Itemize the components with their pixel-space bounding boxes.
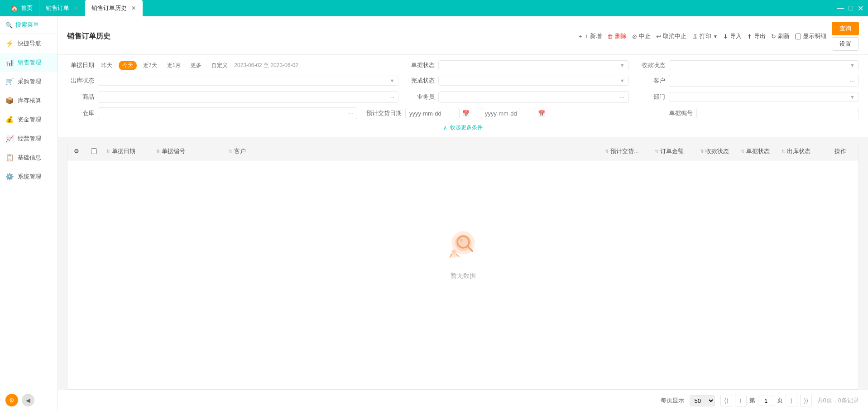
th-amount-label: 订单金额 bbox=[660, 147, 684, 155]
th-order-status[interactable]: ⇅ 单据状态 bbox=[736, 147, 777, 155]
date-btn-1month[interactable]: 近1月 bbox=[163, 61, 185, 70]
sidebar-bottom: ⚙ ◀ bbox=[0, 389, 58, 411]
date-btn-7days[interactable]: 近7天 bbox=[139, 61, 161, 70]
delete-label: 删除 bbox=[615, 32, 627, 40]
department-select[interactable]: ▼ bbox=[669, 92, 859, 102]
sidebar-item-system[interactable]: ⚙️ 系统管理 bbox=[0, 167, 58, 186]
print-button[interactable]: 🖨 打印 ▼ bbox=[692, 32, 718, 40]
next-page-btn[interactable]: ⟩ bbox=[786, 395, 797, 406]
th-checkbox[interactable] bbox=[86, 148, 102, 154]
tab-home-label: 首页 bbox=[21, 4, 33, 12]
sidebar-item-quick-nav[interactable]: ⚡ 快捷导航 bbox=[0, 34, 58, 53]
delete-icon: 🗑 bbox=[607, 33, 613, 40]
date-btn-yesterday[interactable]: 昨天 bbox=[98, 61, 116, 70]
collapse-row[interactable]: ∧ 收起更多条件 bbox=[67, 124, 859, 131]
delivery-status-select[interactable]: ▼ bbox=[98, 76, 398, 86]
refresh-label: 刷新 bbox=[778, 32, 790, 40]
pay-status-label: 收款状态 bbox=[638, 61, 665, 69]
th-delivery-status[interactable]: ⇅ 出库状态 bbox=[777, 147, 822, 155]
show-detail-label: 显示明细 bbox=[803, 32, 826, 40]
th-pay-status[interactable]: ⇅ 收款状态 bbox=[695, 147, 736, 155]
sidebar-item-quick-nav-label: 快捷导航 bbox=[18, 39, 41, 48]
sidebar-item-basic-info[interactable]: 📋 基础信息 bbox=[0, 148, 58, 167]
pagination: ⟨⟨ ⟨ 第 页 ⟩ ⟩⟩ bbox=[720, 395, 812, 406]
date-range-text: 2023-06-02 至 2023-06-02 bbox=[234, 62, 298, 69]
customer-dots-btn[interactable]: ··· bbox=[849, 77, 855, 84]
th-delivery-status-label: 出库状态 bbox=[787, 147, 810, 155]
th-date[interactable]: ⇅ 单据日期 bbox=[102, 147, 152, 155]
sidebar-item-inventory[interactable]: 📦 库存核算 bbox=[0, 91, 58, 110]
close-btn[interactable]: ✕ bbox=[858, 4, 863, 13]
completion-status-select[interactable]: ▼ bbox=[438, 76, 628, 86]
empty-state: 暂无数据 bbox=[67, 160, 858, 342]
order-no-input[interactable] bbox=[696, 108, 859, 119]
delivery-date-end[interactable] bbox=[481, 108, 535, 119]
sidebar-collapse-btn[interactable]: ◀ bbox=[22, 394, 34, 406]
tab-sales-order-history[interactable]: 销售订单历史 ✕ bbox=[85, 0, 143, 16]
cancel-stop-label: 取消中止 bbox=[663, 32, 686, 40]
cancel-stop-button[interactable]: ↩ 取消中止 bbox=[656, 32, 686, 40]
sidebar-settings-btn[interactable]: ⚙ bbox=[5, 394, 18, 406]
order-status-select[interactable]: ▼ bbox=[438, 60, 628, 70]
delivery-date-start[interactable] bbox=[405, 108, 460, 119]
th-amount[interactable]: ⇅ 订单金额 bbox=[650, 147, 695, 155]
th-customer[interactable]: ⇅ 客户 bbox=[224, 147, 600, 155]
th-no-label: 单据编号 bbox=[162, 147, 185, 155]
salesperson-dots-btn[interactable]: ··· bbox=[619, 93, 625, 101]
new-button[interactable]: ＋ + 新增 bbox=[577, 32, 602, 40]
pay-status-select[interactable]: ▼ bbox=[669, 60, 859, 70]
department-label: 部门 bbox=[638, 93, 665, 101]
filter-warehouse: 仓库 ··· bbox=[67, 107, 357, 119]
purchase-mgmt-icon: 🛒 bbox=[5, 77, 14, 86]
current-page-input[interactable] bbox=[758, 396, 774, 406]
svg-point-6 bbox=[451, 250, 456, 255]
date-label: 单据日期 bbox=[67, 61, 94, 69]
prev-page-btn[interactable]: ⟨ bbox=[735, 395, 747, 406]
tab-sales-order[interactable]: 销售订单 ✕ bbox=[39, 0, 85, 16]
sidebar-item-finance[interactable]: 💰 资金管理 bbox=[0, 110, 58, 129]
sidebar-search[interactable]: 🔍 搜索菜单 bbox=[0, 16, 58, 34]
sidebar-item-purchase-mgmt[interactable]: 🛒 采购管理 bbox=[0, 72, 58, 91]
sort-amount-icon: ⇅ bbox=[655, 149, 658, 154]
pay-status-arrow-icon: ▼ bbox=[850, 63, 855, 68]
date-btn-today[interactable]: 今天 bbox=[119, 61, 137, 70]
filter-delivery-status: 出库状态 ▼ bbox=[67, 76, 398, 86]
th-no[interactable]: ⇅ 单据编号 bbox=[152, 147, 224, 155]
query-button[interactable]: 查询 bbox=[832, 22, 859, 35]
delete-button[interactable]: 🗑 删除 bbox=[607, 32, 627, 40]
import-button[interactable]: ⬇ 导入 bbox=[723, 32, 742, 40]
refresh-button[interactable]: ↻ 刷新 bbox=[771, 32, 790, 40]
minimize-btn[interactable]: — bbox=[837, 4, 844, 12]
per-page-select[interactable]: 50 100 200 bbox=[690, 395, 715, 406]
select-all-checkbox[interactable] bbox=[91, 148, 97, 154]
cal-start-icon[interactable]: 📅 bbox=[462, 110, 470, 117]
date-btn-custom[interactable]: 自定义 bbox=[208, 61, 231, 70]
settings-button[interactable]: 设置 bbox=[832, 37, 859, 51]
first-page-btn[interactable]: ⟨⟨ bbox=[720, 395, 732, 406]
print-label: 打印 bbox=[700, 32, 711, 40]
cal-end-icon[interactable]: 📅 bbox=[538, 110, 545, 117]
page-total-info: 共0页，0条记录 bbox=[817, 396, 859, 405]
stop-button[interactable]: ⊘ 中止 bbox=[632, 32, 651, 40]
new-icon: ＋ bbox=[577, 32, 583, 40]
filter-pay-status: 收款状态 ▼ bbox=[638, 60, 859, 70]
date-btn-more[interactable]: 更多 bbox=[187, 61, 205, 70]
page-title: 销售订单历史 bbox=[67, 32, 110, 41]
sidebar-item-finance-label: 资金管理 bbox=[18, 116, 41, 124]
maximize-btn[interactable]: □ bbox=[849, 4, 853, 12]
sidebar-item-operations[interactable]: 📈 经营管理 bbox=[0, 129, 58, 148]
salesperson-label: 业务员 bbox=[408, 93, 435, 101]
tab-home[interactable]: 🏠 首页 bbox=[5, 0, 39, 16]
show-detail-checkbox[interactable] bbox=[795, 34, 801, 39]
goods-dots-btn[interactable]: ··· bbox=[389, 93, 395, 101]
th-settings[interactable]: ⚙ bbox=[67, 148, 86, 155]
last-page-btn[interactable]: ⟩⟩ bbox=[800, 395, 812, 406]
show-detail-checkbox-label[interactable]: 显示明细 bbox=[795, 32, 826, 40]
warehouse-dots-btn[interactable]: ··· bbox=[348, 110, 353, 117]
tab-sales-order-close[interactable]: ✕ bbox=[74, 5, 78, 11]
th-delivery[interactable]: ⇅ 预计交货... bbox=[600, 147, 650, 155]
content-area: 销售订单历史 ＋ + 新增 🗑 删除 ⊘ 中止 ↩ 取消中止 bbox=[58, 16, 868, 411]
tab-sales-order-history-close[interactable]: ✕ bbox=[131, 5, 136, 11]
export-button[interactable]: ⬆ 导出 bbox=[747, 32, 766, 40]
sidebar-item-sales-mgmt[interactable]: 📊 销售管理 bbox=[0, 53, 58, 72]
